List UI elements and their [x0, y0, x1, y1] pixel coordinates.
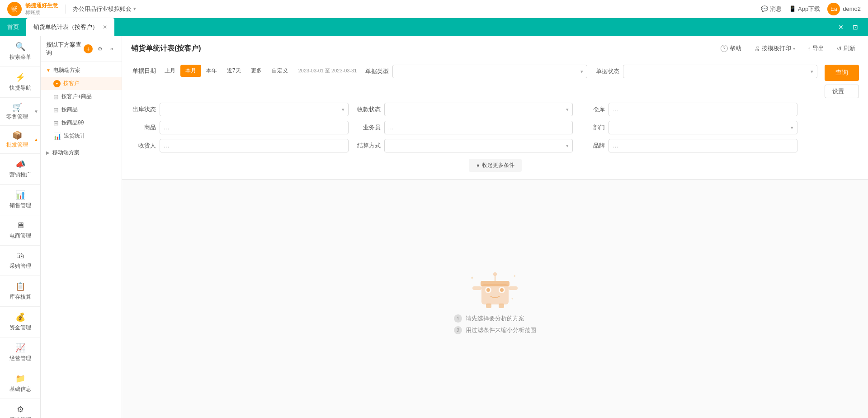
date-btn-this-year[interactable]: 本年 [201, 65, 222, 77]
empty-tip-2: 2 用过滤条件来缩小分析范围 [454, 326, 536, 334]
date-btn-more[interactable]: 更多 [246, 65, 267, 77]
receipt-input[interactable]: ▾ [384, 103, 573, 116]
svg-rect-1 [481, 281, 509, 286]
sidebar-item-quick-nav[interactable]: ⚡ 快捷导航 [0, 67, 40, 98]
sidebar-item-basic-label: 基础信息 [9, 385, 31, 393]
scheme-item-by-product[interactable]: ⊞ 按商品 [41, 103, 122, 116]
salesperson-input[interactable]: ... [384, 121, 573, 134]
date-filter: 上月 本月 本年 近7天 更多 自定义 [160, 65, 293, 77]
refresh-btn[interactable]: ↺ 刷新 [833, 43, 859, 54]
app-logo: 畅 [7, 2, 22, 16]
breadcrumb-chevron-icon: ▾ [133, 6, 136, 12]
sidebar-item-finance[interactable]: 💰 资金管理 [0, 307, 40, 337]
print-icon: 🖨 [754, 45, 760, 52]
wholesale-expand-icon: ▲ [34, 137, 38, 142]
breadcrumb[interactable]: 办公用品行业模拟账套 ▾ [73, 5, 136, 13]
scheme-item-by-customer[interactable]: ● 按客户 [41, 77, 122, 90]
marketing-icon: 📣 [15, 159, 25, 169]
settlement-input[interactable]: ▾ [384, 139, 573, 152]
svg-text:✦: ✦ [470, 276, 474, 280]
user-profile[interactable]: Ea demo2 [827, 3, 861, 15]
product-input[interactable]: ... [160, 121, 349, 134]
tab-close-window-icon[interactable]: ✕ [835, 22, 846, 33]
dept-label: 部门 [580, 124, 605, 132]
date-btn-this-month[interactable]: 本月 [180, 65, 201, 77]
warehouse-input[interactable]: ... [609, 103, 797, 116]
by-product99-icon: ⊞ [53, 119, 59, 127]
help-icon: ? [721, 45, 728, 52]
order-status-input[interactable]: ▾ [623, 65, 817, 78]
date-btn-custom[interactable]: 自定义 [267, 65, 293, 77]
sidebar-item-sales-mgmt[interactable]: 📊 销售管理 [0, 185, 40, 215]
tab-close-icon[interactable]: ✕ [103, 24, 107, 30]
breadcrumb-text: 办公用品行业模拟账套 [73, 5, 132, 13]
date-filter-label: 单据日期 [131, 67, 156, 75]
scheme-section-mobile: ▶ 移动端方案 [41, 144, 122, 161]
outbound-group: 出库状态 ▾ [131, 103, 349, 116]
app-subtitle: 标账版 [25, 9, 58, 15]
sidebar-item-ecommerce[interactable]: 🖥 电商管理 [0, 215, 40, 246]
logo-text: 畅 [11, 5, 18, 13]
purchase-icon: 🛍 [16, 251, 24, 261]
tab-home[interactable]: 首页 [0, 18, 26, 36]
help-btn[interactable]: ? 帮助 [717, 43, 745, 54]
scheme-item-by-customer-product[interactable]: ⊞ 按客户+商品 [41, 90, 122, 103]
scheme-item-return-stat[interactable]: 📊 退货统计 [41, 129, 122, 142]
svg-text:✦: ✦ [511, 297, 514, 300]
tab-sales-stat[interactable]: 销货单统计表（按客户） ✕ [26, 18, 114, 36]
empty-tip-1: 1 请先选择要分析的方案 [454, 314, 536, 323]
scheme-section-pc: ▼ 电脑端方案 ● 按客户 ⊞ 按客户+商品 ⊞ 按商品 ⊞ 按商品99 📊 退… [41, 62, 122, 144]
sidebar-item-purchase[interactable]: 🛍 采购管理 [0, 246, 40, 276]
return-stat-icon: 📊 [53, 133, 61, 140]
sidebar-item-operation[interactable]: 📈 经营管理 [0, 337, 40, 368]
filter-row-2: 出库状态 ▾ 收款状态 ▾ 仓库 ... [131, 103, 859, 116]
svg-rect-7 [509, 286, 518, 290]
sidebar-item-retail[interactable]: 🛒 零售管理 ▼ [0, 98, 40, 126]
sidebar-item-marketing[interactable]: 📣 营销推广 [0, 154, 40, 185]
date-btn-last-month[interactable]: 上月 [160, 65, 180, 77]
print-label: 按模板打印 [762, 44, 791, 52]
print-btn[interactable]: 🖨 按模板打印 ▾ [750, 43, 799, 54]
date-btn-7days[interactable]: 近7天 [222, 65, 246, 77]
scheme-collapse-btn[interactable]: « [107, 44, 116, 53]
content-area: 销货单统计表(按客户) ? 帮助 🖨 按模板打印 ▾ ↑ 导出 ↺ 刷新 [122, 36, 868, 418]
order-type-input[interactable]: ▾ [392, 65, 587, 78]
outbound-input[interactable]: ▾ [160, 103, 349, 116]
sidebar-item-wholesale[interactable]: 📦 批发管理 ▲ [0, 126, 40, 154]
salesperson-label: 业务员 [356, 124, 381, 132]
sidebar-item-inventory[interactable]: 📋 库存核算 [0, 276, 40, 307]
scheme-add-btn[interactable]: + [84, 44, 93, 53]
scheme-section-pc-title[interactable]: ▼ 电脑端方案 [41, 64, 122, 77]
message-btn[interactable]: 💬 消息 [761, 5, 782, 13]
brand-input[interactable]: ... [609, 139, 797, 152]
scheme-section-mobile-title[interactable]: ▶ 移动端方案 [41, 146, 122, 159]
dept-input[interactable]: ▾ [609, 121, 797, 134]
app-name: 畅捷通好生意 [25, 2, 58, 10]
by-product-label: 按商品 [61, 106, 78, 114]
order-status-group: 单据状态 ▾ [594, 65, 817, 78]
app-download-btn[interactable]: 📱 App下载 [789, 5, 820, 13]
sidebar-item-system[interactable]: ⚙ 系统管理 [0, 399, 40, 418]
empty-tips: 1 请先选择要分析的方案 2 用过滤条件来缩小分析范围 [454, 314, 536, 334]
scheme-item-by-product99[interactable]: ⊞ 按商品99 [41, 116, 122, 129]
dept-group: 部门 ▾ [580, 121, 797, 134]
scheme-panel-header: 按以下方案查询 + ⚙ « [41, 36, 122, 62]
svg-point-5 [500, 288, 504, 292]
header-right: 💬 消息 📱 App下载 Ea demo2 [761, 3, 861, 15]
operation-icon: 📈 [15, 343, 25, 353]
sidebar-item-basic[interactable]: 📁 基础信息 [0, 368, 40, 399]
recipient-input[interactable]: ... [160, 139, 349, 152]
sidebar-item-purchase-label: 采购管理 [9, 262, 31, 270]
dept-arrow-icon: ▾ [791, 125, 793, 131]
filter-area: 单据日期 上月 本月 本年 近7天 更多 自定义 2023-03-01 至 20… [122, 59, 868, 180]
collapse-btn[interactable]: ∧ 收起更多条件 [469, 159, 522, 172]
sidebar-item-search[interactable]: 🔍 搜索菜单 [0, 36, 40, 67]
tab-restore-icon[interactable]: ⊡ [850, 22, 861, 33]
export-btn[interactable]: ↑ 导出 [804, 43, 828, 54]
query-button[interactable]: 查询 [825, 65, 859, 81]
sidebar-item-inventory-label: 库存核算 [9, 293, 31, 301]
tab-bar: 首页 销货单统计表（按客户） ✕ ✕ ⊡ [0, 18, 868, 36]
app-download-label: App下载 [798, 5, 820, 13]
settings-button[interactable]: 设置 [825, 85, 859, 98]
scheme-settings-btn[interactable]: ⚙ [95, 44, 104, 53]
